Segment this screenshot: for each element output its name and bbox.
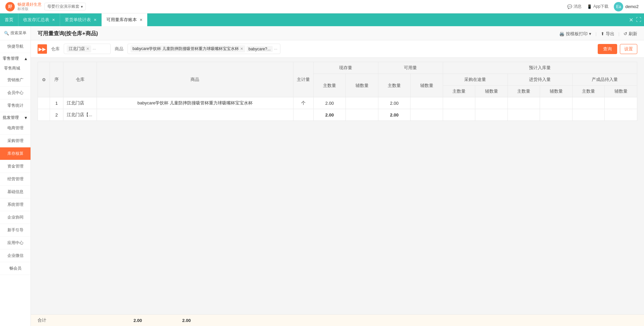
cell-warehouse: 江北门店 xyxy=(63,97,97,109)
purchase-label: 采购管理 xyxy=(7,138,23,143)
th-goods-aux: 辅数量 xyxy=(540,86,573,97)
retail-stats-label: 零售统计 xyxy=(7,103,23,108)
top-bar-right: 💬 消息 📱 App下载 Ea demo2 xyxy=(567,2,639,11)
tab-order-stats[interactable]: 要货单统计表 ✕ xyxy=(60,13,102,26)
sidebar-item-retail-mgmt[interactable]: 零售管理 ▲ xyxy=(0,53,31,63)
sidebar-item-retail-mall[interactable]: 零售商城 xyxy=(0,63,31,74)
print-template-btn[interactable]: 🖨️ 按模板打印 ▾ xyxy=(559,31,591,37)
sidebar-item-ecommerce[interactable]: 电商管理 xyxy=(0,122,31,135)
cell-goods-aux xyxy=(540,97,573,109)
message-label: 消息 xyxy=(574,4,582,9)
cell-goods-main xyxy=(507,109,540,121)
sidebar-shortcut-nav[interactable]: 快捷导航 xyxy=(0,40,31,53)
search-icon: 🔍 xyxy=(4,31,9,36)
cell-settings xyxy=(38,97,50,109)
table-row: 1 江北门店 babycare学饮杯 儿童防摔防撞吸管杯重力球吸嘴杯宝宝水杯 个… xyxy=(38,97,637,109)
sidebar-item-member[interactable]: 会员中心 xyxy=(0,87,31,99)
sidebar-item-basic-info[interactable]: 基础信息 xyxy=(0,186,31,198)
settings-btn[interactable]: 设置 xyxy=(620,44,637,54)
th-stock-aux-qty: 辅数量 xyxy=(346,74,378,97)
tab-close-all-btn[interactable]: ✕ xyxy=(629,17,633,23)
home-tab-label: 首页 xyxy=(5,17,13,23)
top-bar: 好 畅捷通好生意 标准版 母婴行业演示账套 ▾ 💬 消息 📱 App下载 Ea … xyxy=(0,0,644,13)
warehouse-filter-input[interactable]: 江北门店 ✕ ··· xyxy=(64,44,111,54)
product-tag1-close[interactable]: ✕ xyxy=(240,47,243,51)
user-area[interactable]: Ea demo2 xyxy=(614,2,639,11)
cell-main-unit xyxy=(293,109,313,121)
product-tag2-value: babycare?... xyxy=(249,47,271,51)
sidebar-item-new-guide[interactable]: 新手引导 xyxy=(0,224,31,237)
th-purchase-main: 主数量 xyxy=(443,86,475,97)
cell-goods-aux xyxy=(540,109,573,121)
sidebar-item-enterprise[interactable]: 企业协同 xyxy=(0,211,31,224)
sidebar-item-wechat[interactable]: 企业微信 xyxy=(0,249,31,262)
message-btn[interactable]: 💬 消息 xyxy=(567,4,582,9)
sidebar-item-system[interactable]: 系统管理 xyxy=(0,198,31,211)
sidebar-item-purchase[interactable]: 采购管理 xyxy=(0,135,31,147)
th-product: 商品 xyxy=(97,62,293,97)
warehouse-filter-more[interactable]: ··· xyxy=(93,47,96,51)
sidebar-item-retail-stats[interactable]: 零售统计 xyxy=(0,99,31,112)
product-filter-more[interactable]: ··· xyxy=(274,47,277,51)
sidebar-item-member2[interactable]: 畅会员 xyxy=(0,262,31,275)
cell-purchase-main xyxy=(443,97,475,109)
warehouse-tag: 江北门店 ✕ xyxy=(67,45,91,52)
th-num: 序 xyxy=(50,62,63,97)
cell-warehouse: 江北门店【... xyxy=(63,109,97,121)
product-tag2: babycare?... xyxy=(247,46,273,52)
tab-order-stats-close[interactable]: ✕ xyxy=(94,18,97,22)
sidebar-item-marketing[interactable]: 营销推广 xyxy=(0,74,31,87)
app-download-label: App下载 xyxy=(593,4,608,9)
tab-bar: 首页 收发存汇总表 ✕ 要货单统计表 ✕ 可用量库存账本 ✕ ✕ ⛶ xyxy=(0,13,644,26)
tab-receipt-summary-close[interactable]: ✕ xyxy=(52,18,55,22)
cell-num: 1 xyxy=(50,97,63,109)
warehouse-tag-close[interactable]: ✕ xyxy=(86,47,89,51)
sidebar-item-finance[interactable]: 资金管理 xyxy=(0,160,31,173)
filter-bar: ▶▶ 仓库 江北门店 ✕ ··· 商品 babycare学饮杯 儿童防摔防撞吸管… xyxy=(31,40,644,58)
tab-receipt-summary[interactable]: 收发存汇总表 ✕ xyxy=(18,13,60,26)
tab-available-stock[interactable]: 可用量库存账本 ✕ xyxy=(102,13,147,26)
th-purchase-aux: 辅数量 xyxy=(475,86,508,97)
sidebar-item-app-center[interactable]: 应用中心 xyxy=(0,237,31,249)
warehouse-tag-value: 江北门店 xyxy=(69,46,85,52)
cell-main-unit: 个 xyxy=(293,97,313,109)
app-download-btn[interactable]: 📱 App下载 xyxy=(587,4,608,9)
chevron-down-icon: ▼ xyxy=(24,115,28,120)
tab-home[interactable]: 首页 xyxy=(0,13,18,26)
wholesale-mgmt-label: 批发管理 xyxy=(3,115,19,121)
tab-available-stock-close[interactable]: ✕ xyxy=(140,18,143,22)
tab-fullscreen-btn[interactable]: ⛶ xyxy=(636,17,641,23)
sidebar-item-wholesale-mgmt[interactable]: 批发管理 ▼ xyxy=(0,112,31,122)
th-avail-aux-qty: 辅数量 xyxy=(411,74,443,97)
th-settings[interactable]: ⚙ xyxy=(38,62,50,97)
refresh-btn[interactable]: ↺ 刷新 xyxy=(624,31,637,37)
search-menu-label: 搜索菜单 xyxy=(10,30,26,36)
product-filter-label: 商品 xyxy=(115,46,123,52)
sidebar-item-operations[interactable]: 经营管理 xyxy=(0,173,31,186)
industry-selector[interactable]: 母婴行业演示账套 ▾ xyxy=(44,3,86,10)
search-menu-btn[interactable]: 🔍 搜索菜单 xyxy=(3,29,28,37)
cell-avail-aux xyxy=(411,97,443,109)
cell-prod-main xyxy=(572,97,605,109)
system-label: 系统管理 xyxy=(7,202,23,207)
sidebar-item-inventory[interactable]: 库存核算 xyxy=(0,147,31,160)
cell-product: babycare学饮杯 儿童防摔防撞吸管杯重力球吸嘴杯宝宝水杯 xyxy=(97,97,293,109)
query-btn[interactable]: 查询 xyxy=(598,44,617,54)
product-filter-input[interactable]: babycare学饮杯 儿童防摔防撞吸管杯重力球吸嘴杯宝宝水杯 ✕ babyca… xyxy=(127,44,280,54)
th-purchase-in-transit-group: 采购在途量 xyxy=(443,74,507,86)
retail-mall-label: 零售商城 xyxy=(4,66,20,71)
cell-avail-main: 2.00 xyxy=(378,109,411,121)
filter-toggle-btn[interactable]: ▶▶ xyxy=(38,44,47,54)
page-actions: 🖨️ 按模板打印 ▾ | ⬆ 导出 | ↺ 刷新 xyxy=(559,31,637,37)
export-label: 导出 xyxy=(606,31,614,37)
export-btn[interactable]: ⬆ 导出 xyxy=(601,31,614,37)
sidebar-search-area: 🔍 搜索菜单 xyxy=(0,26,31,40)
main-layout: 🔍 搜索菜单 快捷导航 零售管理 ▲ 零售商城 营销推广 会员中心 零售统计 批… xyxy=(0,26,644,326)
app-center-label: 应用中心 xyxy=(7,240,23,245)
printer-icon: 🖨️ xyxy=(559,31,565,36)
cell-purchase-aux xyxy=(475,97,508,109)
brand-info: 畅捷通好生意 标准版 xyxy=(17,2,42,11)
cell-product xyxy=(97,109,293,121)
brand-edition: 标准版 xyxy=(17,7,42,11)
cell-prod-aux xyxy=(605,109,637,121)
